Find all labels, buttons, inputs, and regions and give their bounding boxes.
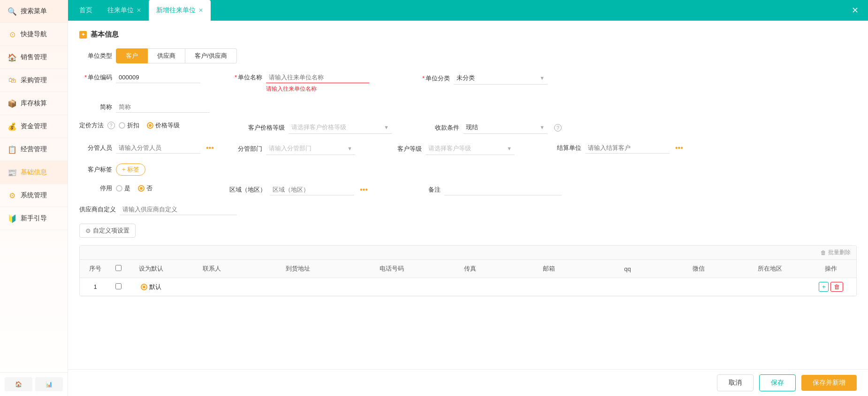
contact-table: 序号 设为默认 联系人 到货地址 电话号码 传真 邮箱 qq 微信 所在地区 — [80, 260, 856, 296]
phone-input[interactable] — [368, 283, 415, 290]
col-fax: 传真 — [434, 260, 506, 278]
tag-label: 客户标签 — [79, 165, 112, 174]
disabled-radio-no[interactable]: 否 — [138, 184, 152, 193]
region-input[interactable] — [270, 184, 354, 195]
settlement-label: 结算单位 — [548, 144, 581, 152]
manager-more-btn[interactable]: ••• — [204, 144, 216, 152]
sidebar-stats-btn[interactable]: 📊 — [35, 377, 63, 391]
cancel-button[interactable]: 取消 — [717, 374, 754, 391]
basic-icon: 📰 — [8, 168, 17, 177]
tab-partner[interactable]: 往来单位 ✕ — [100, 0, 149, 21]
sidebar-item-quicknav[interactable]: ⊙ 快捷导航 — [0, 23, 68, 46]
disabled-field: 停用 是 否 — [79, 184, 220, 193]
cell-contact[interactable] — [176, 278, 248, 296]
sidebar-item-system[interactable]: ⚙ 系统管理 — [0, 184, 68, 207]
shortname-input[interactable] — [116, 101, 210, 113]
dept-select[interactable]: 请输入分管部门 ▼ — [266, 142, 355, 155]
disabled-label: 停用 — [79, 184, 112, 193]
cell-seq: 1 — [80, 278, 111, 296]
cell-email[interactable] — [506, 278, 592, 296]
col-check — [111, 260, 126, 278]
cell-qq[interactable] — [592, 278, 663, 296]
fax-input[interactable] — [451, 283, 489, 290]
cell-region[interactable] — [734, 278, 806, 296]
sidebar-item-basic[interactable]: 📰 基础信息 — [0, 161, 68, 184]
col-address: 到货地址 — [248, 260, 349, 278]
customer-price-select[interactable]: 请选择客户价格等级 ▼ — [289, 121, 392, 134]
sidebar-item-sales[interactable]: 🏠 销售管理 — [0, 46, 68, 69]
unit-name-input[interactable] — [266, 72, 369, 83]
email-input[interactable] — [525, 283, 572, 290]
sidebar-item-operations[interactable]: 📋 经营管理 — [0, 138, 68, 161]
pricing-radio-group: 折扣 价格等级 — [119, 121, 180, 130]
default-radio[interactable]: 默认 — [129, 283, 173, 291]
cell-fax[interactable] — [434, 278, 506, 296]
wechat-input[interactable] — [680, 283, 717, 290]
unit-name-error: 请输入往来单位名称 — [266, 85, 317, 92]
region-more-btn[interactable]: ••• — [358, 186, 370, 194]
dept-field: 分管部门 请输入分管部门 ▼ — [229, 142, 380, 155]
payment-terms-select[interactable]: 现结 ▼ — [463, 121, 548, 134]
address-input[interactable] — [270, 283, 326, 290]
row-del-btn[interactable]: 🗑 — [830, 282, 843, 292]
unit-name-field: *单位名称 请输入往来单位名称 — [229, 72, 408, 93]
unit-type-field: 单位类型 客户 供应商 客户/供应商 — [79, 48, 267, 63]
cell-check — [111, 278, 126, 296]
btn-customer[interactable]: 客户 — [116, 48, 148, 63]
supplier-custom-input[interactable] — [120, 204, 237, 215]
tab-bar-close-btn[interactable]: ✕ — [846, 5, 864, 16]
unit-code-field: *单位编码 — [79, 72, 229, 83]
custom-settings-btn[interactable]: ⚙ 自定义项设置 — [79, 224, 136, 238]
add-tag-btn[interactable]: + 标签 — [116, 163, 145, 176]
btn-both[interactable]: 客户/供应商 — [185, 48, 237, 63]
pricing-method-label: 定价方法 ? — [79, 121, 115, 130]
btn-supplier[interactable]: 供应商 — [148, 48, 185, 63]
settlement-input[interactable] — [585, 142, 670, 154]
pricing-radio-level[interactable]: 价格等级 — [147, 121, 180, 130]
qq-input[interactable] — [609, 283, 646, 290]
shortname-label: 简称 — [79, 103, 112, 111]
settlement-more-btn[interactable]: ••• — [673, 144, 685, 152]
unit-category-select[interactable]: 未分类 ▼ — [454, 72, 548, 85]
save-new-button[interactable]: 保存并新增 — [801, 375, 857, 391]
tab-new-partner-close[interactable]: ✕ — [198, 7, 203, 14]
disabled-radio-yes[interactable]: 是 — [116, 184, 130, 193]
tab-new-partner[interactable]: 新增往来单位 ✕ — [149, 0, 211, 21]
save-button[interactable]: 保存 — [759, 374, 796, 391]
sidebar-home-btn[interactable]: 🏠 — [5, 377, 32, 391]
batch-delete-btn[interactable]: 🗑 批量删除 — [821, 248, 851, 256]
cell-address[interactable] — [248, 278, 349, 296]
cell-phone[interactable] — [349, 278, 434, 296]
customer-level-field: 客户等级 请选择客户等级 ▼ — [389, 142, 539, 155]
sidebar-item-purchase[interactable]: 🛍 采购管理 — [0, 69, 68, 92]
col-seq: 序号 — [80, 260, 111, 278]
pricing-help-icon[interactable]: ? — [107, 122, 115, 129]
col-default: 设为默认 — [126, 260, 176, 278]
pricing-row: 定价方法 ? 折扣 价格等级 客户价格等级 请选择客户价 — [79, 121, 857, 134]
sidebar-item-inventory[interactable]: 📦 库存核算 — [0, 92, 68, 115]
row-checkbox[interactable] — [115, 283, 122, 289]
tag-field: 客户标签 + 标签 — [79, 163, 857, 176]
sidebar-item-search[interactable]: 🔍 搜索菜单 — [0, 0, 68, 23]
cell-wechat[interactable] — [663, 278, 734, 296]
sidebar-item-finance[interactable]: 💰 资金管理 — [0, 115, 68, 138]
customer-level-label: 客户等级 — [389, 145, 422, 153]
payment-help-icon[interactable]: ? — [554, 124, 562, 132]
customer-price-label: 客户价格等级 — [248, 124, 285, 132]
row-add-btn[interactable]: + — [819, 282, 829, 292]
customer-level-select[interactable]: 请选择客户等级 ▼ — [426, 142, 515, 155]
sidebar-item-guide[interactable]: 🔰 新手引导 — [0, 207, 68, 230]
pricing-radio-discount[interactable]: 折扣 — [119, 121, 139, 130]
manager-input[interactable] — [116, 142, 200, 154]
unit-code-input[interactable] — [116, 72, 200, 83]
select-all-checkbox[interactable] — [115, 265, 122, 271]
unit-category-field: *单位分类 未分类 ▼ — [417, 72, 567, 85]
operations-icon: 📋 — [8, 145, 17, 154]
remark-input[interactable] — [444, 184, 562, 195]
contact-input[interactable] — [193, 283, 231, 290]
disabled-no-circle — [138, 185, 145, 192]
tab-partner-close[interactable]: ✕ — [137, 7, 141, 14]
region-cell-input[interactable] — [751, 283, 789, 290]
tab-home[interactable]: 首页 — [72, 0, 100, 21]
quicknav-icon: ⊙ — [8, 30, 17, 39]
